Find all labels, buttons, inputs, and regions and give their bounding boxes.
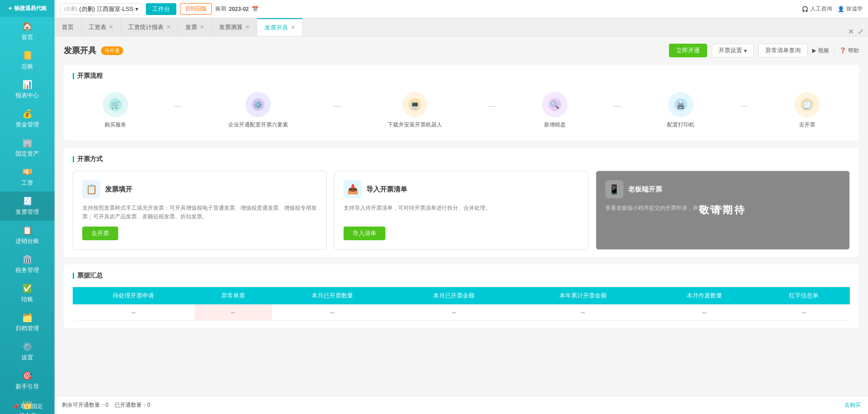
step-printer-icon: 🖨️	[668, 92, 693, 117]
svg-text:⚙️: ⚙️	[254, 101, 263, 109]
invoice-icon: 🧾	[22, 196, 32, 206]
fill-card-header: 📋 发票填开	[82, 180, 317, 198]
user-area[interactable]: 👤 徐溢华	[838, 5, 863, 13]
topbar-right: 🎧 人工咨询 👤 徐溢华	[802, 5, 863, 13]
col-red-info: 红字信息单	[758, 287, 850, 304]
tab-salary-report[interactable]: 工资统计报表 ✕	[121, 18, 178, 36]
query-button[interactable]: 异常清单查询	[758, 44, 808, 57]
step-config[interactable]: ⚙️ 企业开通配置开票六要素	[228, 92, 288, 129]
view-button[interactable]: ▶ 视频	[812, 47, 829, 55]
sidebar-item-ledger[interactable]: 📒 总账	[0, 46, 55, 75]
tab-invoice[interactable]: 发票 ✕	[178, 18, 212, 36]
step-taxdisk-label: 新增税盘	[544, 121, 566, 129]
step-download[interactable]: 💻 下载并安装开票机器人	[388, 92, 442, 129]
bottom-info: 剩余可开通数量：0 已开通数量：0	[62, 401, 150, 409]
logo-icon: ✦	[8, 5, 12, 12]
cell-month-amount: --	[393, 304, 515, 321]
sidebar-bottom: 📌 取消固定	[0, 399, 55, 414]
page-content: 发票开具 待开通 立即开通 开票设置 ▾ 异常清单查询 ▶ 视频 | ❓ 帮助	[55, 36, 868, 396]
tax-icon: 🏛️	[22, 254, 32, 264]
tabbar-actions: ✕ ⤢	[843, 27, 868, 36]
sidebar-item-closing[interactable]: ✅ 结账	[0, 279, 55, 308]
tab-close-invoice-issue[interactable]: ✕	[291, 25, 295, 30]
sidebar-item-archive[interactable]: 🗂️ 归档管理	[0, 308, 55, 337]
close-all-icon[interactable]: ✕	[848, 27, 854, 36]
page-title: 发票开具	[64, 45, 96, 56]
headset-icon: 🎧	[802, 6, 808, 12]
summary-section: 票据汇总 待处理开票申请 异常单票 本月已开票数量 本月已开票金额 本年累计开票…	[64, 264, 859, 328]
app-logo: ✦ 畅捷通易代账	[0, 0, 55, 17]
step-taxdisk[interactable]: 🔍 新增税盘	[542, 92, 568, 129]
import-card-header: 📥 导入开票清单	[344, 180, 579, 198]
col-year-amount: 本年累计开票金额	[515, 287, 651, 304]
sidebar-item-home[interactable]: 🏠 首页	[0, 17, 55, 46]
step-config-label: 企业开通配置开票六要素	[228, 121, 288, 129]
step-arrow-1: —	[174, 101, 182, 120]
open-now-button[interactable]: 立即开通	[669, 44, 707, 57]
summary-table-data-row: -- -- -- -- -- -- --	[73, 304, 850, 321]
workbench-button[interactable]: 工作台	[146, 3, 176, 15]
sidebar-item-guide[interactable]: 🎯 新手引导	[0, 366, 55, 395]
import-card-title: 导入开票清单	[366, 185, 407, 194]
step-issue[interactable]: 🧾 去开票	[794, 92, 820, 129]
sidebar-item-invoice[interactable]: 🧾 发票管理	[0, 192, 55, 221]
tab-salary[interactable]: 工资表 ✕	[81, 18, 121, 36]
sidebar-item-funds[interactable]: 💰 资金管理	[0, 104, 55, 133]
tab-home[interactable]: 首页	[55, 18, 81, 36]
sidebar-item-reports[interactable]: 📊 报表中心	[0, 75, 55, 104]
process-section: 开票流程 🛒 购买服务 — ⚙️ 企业开通配置开票六要素 —	[64, 65, 859, 141]
tab-close-salary-report[interactable]: ✕	[166, 24, 170, 30]
step-buy-label: 购买服务	[105, 121, 126, 129]
col-month-amount: 本月已开票金额	[393, 287, 515, 304]
pin-icon: 📌	[12, 404, 19, 410]
cell-month-qty: --	[272, 304, 394, 321]
calendar-icon[interactable]: 📅	[252, 6, 259, 12]
step-arrow-3: —	[488, 101, 496, 120]
period-info: 账期 2023-02 📅	[215, 5, 259, 13]
col-abnormal: 异常单票	[195, 287, 272, 304]
ledger-icon: 📒	[22, 50, 32, 61]
method-card-import: 📥 导入开票清单 支持导入待开票清单，可对待开票清单进行拆分、合并处理。 导入清…	[334, 171, 588, 250]
settings-icon: ⚙️	[22, 342, 32, 352]
step-arrow-2: —	[334, 101, 342, 120]
unpin-button[interactable]: 📌 取消固定	[0, 399, 55, 414]
company-selector[interactable]: (勿删) (勿删) 江西服室-LSS ▾	[60, 3, 142, 15]
tab-close-salary[interactable]: ✕	[109, 24, 113, 30]
tab-invoice-calc[interactable]: 发票测算 ✕	[212, 18, 257, 36]
sidebar-item-tax[interactable]: 🏛️ 税务管理	[0, 250, 55, 279]
main-area: (勿删) (勿删) 江西服室-LSS ▾ 工作台 切到旧版 账期 2023-02…	[55, 0, 868, 414]
methods-section: 开票方式 📋 发票填开 支持按照发票样式手工填充开发票；可开具增值税电子普通发票…	[64, 148, 859, 257]
status-badge: 待开通	[101, 46, 123, 55]
svg-text:🛒: 🛒	[111, 101, 120, 109]
sidebar: ✦ 畅捷通易代账 🏠 首页 📒 总账 📊 报表中心 💰 资金管理 🏢 固定资产 …	[0, 0, 55, 414]
closing-icon: ✅	[22, 283, 32, 293]
reports-icon: 📊	[22, 80, 32, 90]
sidebar-item-settings[interactable]: ⚙️ 设置	[0, 337, 55, 366]
help-button[interactable]: ❓ 帮助	[839, 47, 859, 55]
fill-card-button[interactable]: 去开票	[82, 227, 118, 240]
cell-year-amount: --	[515, 304, 651, 321]
step-buy-icon: 🛒	[103, 92, 128, 117]
sidebar-item-salary[interactable]: 💴 工资	[0, 162, 55, 192]
sidebar-item-purchase-sales[interactable]: 📋 进销台账	[0, 221, 55, 250]
tab-invoice-issue[interactable]: 发票开具 ✕	[257, 18, 303, 36]
purchase-sales-icon: 📋	[22, 225, 32, 235]
salary-icon: 💴	[22, 167, 32, 177]
avatar-icon: 👤	[838, 6, 844, 12]
coming-soon-overlay: 敬请期待	[596, 171, 849, 249]
step-buy[interactable]: 🛒 购买服务	[103, 92, 128, 129]
buy-link[interactable]: 去购买	[844, 401, 861, 409]
fill-icon: 📋	[82, 180, 100, 198]
step-arrow-5: —	[740, 101, 748, 120]
step-printer[interactable]: 🖨️ 配置打印机	[667, 92, 694, 129]
chevron-down-icon: ▾	[135, 6, 138, 12]
tab-close-invoice[interactable]: ✕	[200, 24, 204, 30]
restore-icon[interactable]: ⤢	[858, 27, 863, 36]
tab-close-invoice-calc[interactable]: ✕	[245, 24, 249, 30]
settings-button[interactable]: 开票设置 ▾	[712, 44, 754, 57]
consultant-button[interactable]: 🎧 人工咨询	[802, 5, 832, 13]
import-icon: 📥	[344, 180, 362, 198]
sidebar-item-assets[interactable]: 🏢 固定资产	[0, 133, 55, 162]
old-version-button[interactable]: 切到旧版	[180, 3, 212, 15]
import-card-button[interactable]: 导入清单	[344, 227, 385, 240]
